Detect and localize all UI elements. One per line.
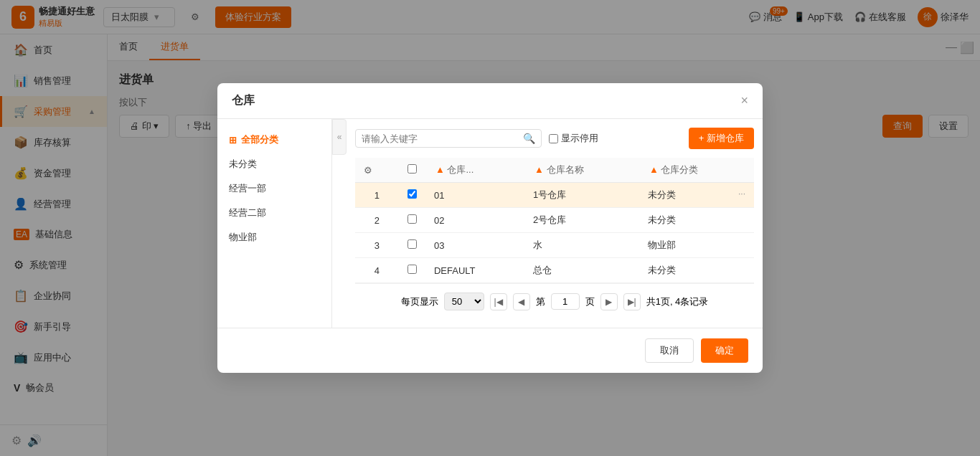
row-name: 2号仓库 [524,208,639,233]
row-category: 未分类 [639,258,754,283]
col-code-header[interactable]: ▲ 仓库... [425,158,524,183]
row-code: 03 [425,233,524,258]
show-disabled-text: 显示停用 [561,132,598,145]
row-category: 物业部 [639,233,754,258]
modal-sidebar-item-property[interactable]: 物业部 [217,225,331,250]
collapse-sidebar-button[interactable]: « [332,119,347,155]
modal-sidebar: ⊞ 全部分类 未分类 经营一部 经营二部 物业部 [217,119,332,328]
modal-sidebar-item-dept2[interactable]: 经营二部 [217,201,331,225]
new-warehouse-button[interactable]: + 新增仓库 [689,128,754,149]
table-row[interactable]: 4 DEFAULT 总仓 未分类 [355,258,754,283]
col-gear: ⚙ [355,158,399,183]
col-category-header[interactable]: ▲ 仓库分类 [639,158,754,183]
select-all-checkbox[interactable] [407,164,417,174]
row-category: 未分类 [639,208,754,233]
warehouse-modal: 仓库 × ⊞ 全部分类 未分类 经营一部 经营二部 [217,83,763,373]
modal-sidebar-label-dept1: 经营一部 [229,182,266,195]
row-code: 02 [425,208,524,233]
page-size-label: 每页显示 [401,295,438,308]
modal-body: ⊞ 全部分类 未分类 经营一部 经营二部 物业部 « [217,119,763,328]
table-container: ⚙ ▲ 仓库... ▲ 仓库名称 [355,158,754,283]
row-name: 总仓 [524,258,639,283]
row-checkbox-cell[interactable] [399,208,425,233]
page-size-select[interactable]: 50 10 20 100 [444,293,484,310]
confirm-button[interactable]: 确定 [701,338,748,363]
cancel-button[interactable]: 取消 [645,338,694,363]
page-label2: 页 [585,295,595,308]
row-name: 水 [524,233,639,258]
show-disabled-checkbox[interactable] [549,134,558,143]
row-code: 01 [425,183,524,208]
table-row[interactable]: 1 01 1号仓库 未分类··· [355,183,754,208]
pagination: 每页显示 50 10 20 100 |◀ ◀ 第 页 ▶ ▶| 共1页, 4条记… [355,283,754,319]
next-page-button[interactable]: ▶ [600,293,618,310]
modal-toolbar: 🔍 显示停用 + 新增仓库 [355,128,754,149]
search-box: 🔍 [355,129,542,148]
modal-sidebar-all-label: 全部分类 [241,133,278,146]
search-icon[interactable]: 🔍 [523,133,535,144]
first-page-button[interactable]: |◀ [490,293,507,310]
modal-title: 仓库 [232,93,255,108]
total-info: 共1页, 4条记录 [646,295,709,308]
modal-main: 🔍 显示停用 + 新增仓库 ⚙ [347,119,763,328]
row-checkbox[interactable] [407,214,417,224]
page-input[interactable] [551,293,580,310]
search-input[interactable] [362,133,523,144]
sort-up-icon: ▲ [435,164,445,175]
row-num: 3 [355,233,399,258]
sort-category-icon: ▲ [649,164,659,175]
row-checkbox-cell[interactable] [399,183,425,208]
row-checkbox-cell[interactable] [399,233,425,258]
show-disabled-label[interactable]: 显示停用 [549,132,598,145]
page-label: 第 [536,295,545,308]
modal-footer: 取消 确定 [217,328,763,373]
modal-sidebar-item-dept1[interactable]: 经营一部 [217,176,331,201]
modal-header: 仓库 × [217,83,763,119]
col-select-all[interactable] [399,158,425,183]
modal-sidebar-item-uncategorized[interactable]: 未分类 [217,152,331,176]
row-code: DEFAULT [425,258,524,283]
row-category: 未分类··· [639,183,754,208]
sort-name-icon: ▲ [534,164,544,175]
modal-overlay[interactable]: 仓库 × ⊞ 全部分类 未分类 经营一部 经营二部 [0,0,980,456]
row-name: 1号仓库 [524,183,639,208]
gear-col-icon: ⚙ [364,165,372,176]
row-checkbox[interactable] [407,239,417,249]
row-checkbox-cell[interactable] [399,258,425,283]
row-checkbox[interactable] [407,189,417,199]
col-name-header[interactable]: ▲ 仓库名称 [524,158,639,183]
row-checkbox[interactable] [407,265,417,274]
table-header-row: ⚙ ▲ 仓库... ▲ 仓库名称 [355,158,754,183]
modal-sidebar-all-header[interactable]: ⊞ 全部分类 [217,128,331,152]
table-row[interactable]: 2 02 2号仓库 未分类 [355,208,754,233]
row-num: 2 [355,208,399,233]
last-page-button[interactable]: ▶| [623,293,641,310]
row-num: 4 [355,258,399,283]
warehouse-table: ⚙ ▲ 仓库... ▲ 仓库名称 [355,158,754,283]
modal-sidebar-label-dept2: 经营二部 [229,206,266,219]
prev-page-button[interactable]: ◀ [513,293,530,310]
modal-close-button[interactable]: × [740,93,748,108]
modal-sidebar-label-uncategorized: 未分类 [229,158,257,171]
grid-icon: ⊞ [229,135,237,146]
row-num: 1 [355,183,399,208]
modal-sidebar-label-property: 物业部 [229,231,257,244]
table-row[interactable]: 3 03 水 物业部 [355,233,754,258]
